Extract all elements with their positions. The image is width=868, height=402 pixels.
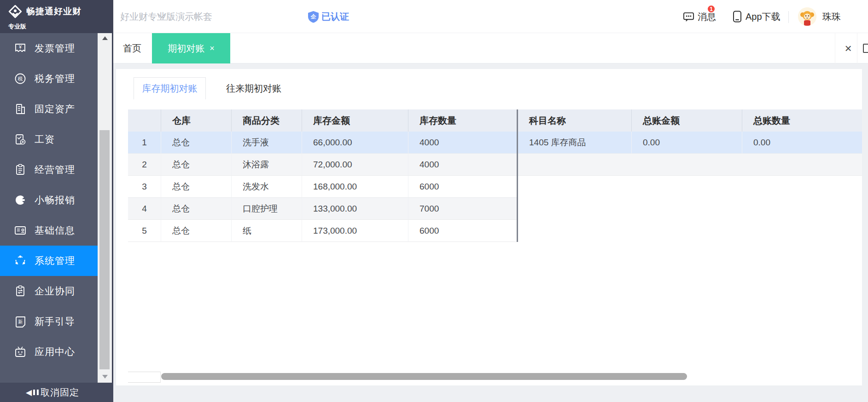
main-area: 首页 期初对账 × × 库存期初对账 往来期初对账 仓库 (113, 33, 868, 402)
scroll-down-arrow-icon[interactable] (98, 372, 112, 382)
system-icon (14, 254, 27, 267)
table-header-row: 仓库 商品分类 库存金额 库存数量 科目名称 总账金额 总账数量 (128, 109, 862, 132)
svg-text:¥: ¥ (18, 45, 22, 50)
horizontal-scrollbar-thumb[interactable] (161, 373, 687, 380)
tax-icon: 税 (14, 72, 27, 85)
tab-inventory-opening[interactable]: 库存期初对账 (134, 77, 206, 99)
payroll-icon (14, 133, 27, 146)
idcard-icon (14, 224, 27, 237)
invoice-icon: ¥ (14, 42, 27, 55)
guide-icon: 新 (14, 315, 27, 328)
svg-text:企: 企 (310, 13, 317, 20)
table-row[interactable]: 2 总仓 沐浴露 72,000.00 4000 (128, 154, 862, 176)
app-download-button[interactable]: App下载 (732, 0, 781, 33)
page-tabbar: 首页 期初对账 × × (113, 33, 868, 63)
shield-icon: 企 (308, 11, 319, 23)
sidebar-scrollbar-thumb[interactable] (99, 130, 110, 369)
sidebar-item-collaboration[interactable]: 企业协同 (0, 276, 98, 306)
messages-count-badge: 1 (707, 5, 716, 13)
clipboard-icon (14, 163, 27, 176)
tab-opening-balance[interactable]: 期初对账 × (152, 33, 230, 63)
messages-button[interactable]: 消息 1 (683, 0, 716, 33)
col-header-ledger-amount: 总账金额 (631, 109, 742, 132)
svg-text:新: 新 (18, 319, 23, 324)
reimburse-icon (14, 194, 27, 207)
sidebar-item-operations[interactable]: 经营管理 (0, 155, 98, 185)
sidebar-item-app-center[interactable]: 应用中心 (0, 337, 98, 367)
col-header-warehouse: 仓库 (161, 109, 231, 132)
top-header: 畅捷通好业财 专业版 好业财专业版演示帐套 企 已认证 (0, 0, 868, 33)
appcenter-icon (14, 345, 27, 358)
col-header-qty: 库存数量 (408, 109, 517, 132)
message-bubble-icon (683, 11, 694, 23)
building-icon (14, 103, 27, 115)
app-window: 畅捷通好业财 专业版 好业财专业版演示帐套 企 已认证 (0, 0, 868, 402)
sidebar-item-basic-info[interactable]: 基础信息 (0, 215, 98, 246)
sidebar-item-tax[interactable]: 税 税务管理 (0, 63, 98, 94)
brand-title: 畅捷通好业财 (26, 6, 82, 17)
tab-opening-balance-label: 期初对账 (168, 42, 204, 55)
sidebar-scrollbar[interactable] (98, 33, 112, 383)
close-tab-icon[interactable]: × (210, 44, 215, 52)
table-row[interactable]: 4 总仓 口腔护理 133,000.00 7000 (128, 198, 862, 220)
sidebar-item-fixed-assets[interactable]: 固定资产 (0, 94, 98, 124)
balance-tabs: 库存期初对账 往来期初对账 (134, 77, 302, 99)
avatar[interactable] (798, 7, 816, 26)
header-divider (788, 11, 789, 23)
tabbar-divider (835, 33, 835, 63)
sidebar-item-reimburse[interactable]: 小畅报销 (0, 185, 98, 215)
page-content: 库存期初对账 往来期初对账 仓库 商品分类 库存金额 库存数量 科目名称 总账金… (113, 63, 868, 402)
sidebar-nav: ¥ 发票管理 税 税务管理 固定资产 工资 经营管理 (0, 33, 98, 383)
col-header-category: 商品分类 (231, 109, 302, 132)
username[interactable]: 珠珠 (822, 0, 841, 33)
expand-panel-icon[interactable] (863, 44, 868, 53)
col-header-account: 科目名称 (518, 109, 631, 132)
sidebar-item-guide[interactable]: 新 新手引导 (0, 306, 98, 337)
brand-logo-icon (8, 5, 22, 18)
app-download-label: App下载 (746, 11, 781, 23)
sidebar-item-invoice[interactable]: ¥ 发票管理 (0, 33, 98, 63)
brand-block: 畅捷通好业财 专业版 (0, 0, 113, 33)
collapse-left-icon: ◀ (26, 389, 32, 396)
chevron-down-icon[interactable] (156, 12, 167, 19)
col-header-seq (128, 109, 161, 132)
sidebar-item-payroll[interactable]: 工资 (0, 124, 98, 155)
svg-text:税: 税 (18, 76, 23, 81)
scroll-up-arrow-icon[interactable] (98, 33, 112, 43)
verified-badge: 企 已认证 (308, 0, 349, 33)
unpin-sidebar-button[interactable]: ◀ 取消固定 (0, 383, 113, 402)
table-row[interactable]: 5 总仓 纸 173,000.00 6000 (128, 220, 862, 242)
opening-balance-table: 仓库 商品分类 库存金额 库存数量 科目名称 总账金额 总账数量 1 总仓 洗手… (128, 109, 862, 242)
tab-home[interactable]: 首页 (113, 33, 151, 63)
brand-subtitle: 专业版 (8, 23, 26, 31)
col-header-ledger-qty: 总账数量 (742, 109, 862, 132)
sidebar-item-system[interactable]: 系统管理 (0, 246, 98, 276)
phone-icon (732, 11, 742, 23)
frozen-column-footer-cell (128, 372, 161, 383)
content-card: 库存期初对账 往来期初对账 仓库 商品分类 库存金额 库存数量 科目名称 总账金… (116, 69, 862, 385)
col-header-amount: 库存金额 (302, 109, 408, 132)
verified-label: 已认证 (321, 11, 349, 23)
unpin-label: 取消固定 (41, 386, 79, 399)
table-row[interactable]: 3 总仓 洗发水 168,000.00 6000 (128, 176, 862, 198)
table-row[interactable]: 1 总仓 洗手液 66,000.00 4000 1405 库存商品 0.00 0… (128, 132, 862, 154)
close-icon[interactable]: × (839, 33, 857, 63)
collab-icon (14, 285, 27, 298)
tab-current-opening[interactable]: 往来期初对账 (206, 77, 302, 99)
